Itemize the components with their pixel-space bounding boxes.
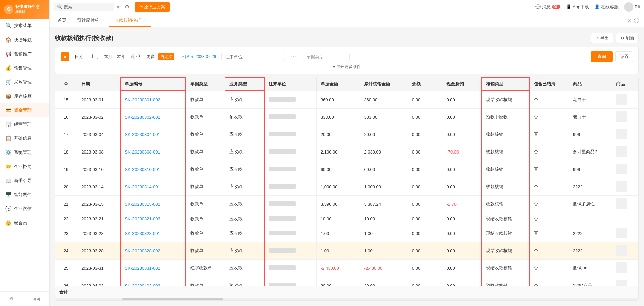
tab-prepay[interactable]: 预计应付单 ✕ xyxy=(72,14,109,27)
cell-doc-no: SK-20230403-002 xyxy=(120,277,185,286)
sidebar-item-marketing[interactable]: 📢 营销推广 xyxy=(0,47,49,61)
topbar-gear-btn[interactable]: ⚙ xyxy=(122,2,132,12)
col-header-doc-no: 单据编号 xyxy=(120,77,185,91)
cell-amount: 2,100.00 xyxy=(316,143,360,161)
user-avatar[interactable]: Rit xyxy=(624,2,640,12)
scrollbar-thumb[interactable] xyxy=(122,298,223,300)
query-btn[interactable]: 查询 xyxy=(591,51,613,62)
tab-prepay-close[interactable]: ✕ xyxy=(101,18,104,22)
doc-no-link[interactable]: SK-20230321-003 xyxy=(125,216,160,221)
doc-no-link[interactable]: SK-20230315-002 xyxy=(125,202,160,207)
product-image xyxy=(616,245,627,256)
cell-cash-discount: 0.00 xyxy=(442,242,482,259)
expand-more-conditions-btn[interactable]: ▾ 展开更多条件 xyxy=(333,64,361,70)
sidebar-item-search-menu[interactable]: 🔍 搜索菜单 xyxy=(0,19,49,33)
more-filters-dots[interactable]: ··· xyxy=(290,54,297,60)
last-month-btn[interactable]: 上月 xyxy=(89,53,100,60)
tab-home[interactable]: 首页 xyxy=(52,14,72,27)
sidebar-item-label: 新手引导 xyxy=(14,178,32,184)
col-header-product-img: 商品 xyxy=(612,77,638,91)
sidebar-item-operations[interactable]: 📊 经营管理 xyxy=(0,117,49,131)
sidebar-item-sales[interactable]: 💰 销售管理 xyxy=(0,61,49,75)
search-topbar-icon: 🔍 xyxy=(57,4,62,9)
cell-product-img xyxy=(612,126,638,143)
sidebar-item-system[interactable]: ⚙️ 系统管理 xyxy=(0,145,49,160)
cell-amount: 1.00 xyxy=(316,225,360,242)
cell-product-img xyxy=(612,277,638,286)
doc-no-link[interactable]: SK-20230310-001 xyxy=(125,167,160,172)
last7-btn[interactable]: 近7天 xyxy=(129,53,143,60)
cell-partner xyxy=(264,225,316,242)
collapse-btn[interactable]: ◀◀ xyxy=(31,294,42,303)
cell-amount: 3,390.00 xyxy=(316,195,360,213)
sidebar-item-member[interactable]: 👑 畅会员 xyxy=(0,216,49,230)
topbar-search-input[interactable] xyxy=(64,4,107,9)
this-year-btn[interactable]: 本年 xyxy=(116,53,127,60)
doc-no-link[interactable]: SK-20230304-001 xyxy=(125,132,160,137)
horizontal-scrollbar[interactable] xyxy=(55,298,638,300)
doc-no-link[interactable]: SK-20230301-002 xyxy=(125,97,160,102)
sidebar-item-purchase[interactable]: 🛒 采购管理 xyxy=(0,75,49,89)
doc-no-link[interactable]: SK-20230302-002 xyxy=(125,115,160,120)
custom-btn[interactable]: 自定义 xyxy=(158,53,174,60)
cell-index: 18 xyxy=(55,143,77,161)
cell-product-img xyxy=(612,91,638,108)
cell-include-settled: 否 xyxy=(529,161,569,178)
finance-icon: 💳 xyxy=(5,107,11,113)
table-row: 19 2023-03-10 SK-20230310-001 收款单 应收款 60… xyxy=(55,161,638,178)
doc-no-link[interactable]: SK-20230403-002 xyxy=(125,283,160,286)
industry-solution-btn[interactable]: 体验行业方案 xyxy=(135,2,170,12)
settings-bottom-btn[interactable]: ⚙ xyxy=(8,294,16,303)
table-body: 15 2023-03-01 SK-20230301-002 收款单 应收款 36… xyxy=(55,91,638,286)
doc-no-link[interactable]: SK-20230328-001 xyxy=(125,231,160,236)
sidebar-item-quick-nav[interactable]: 🏠 快捷导航 xyxy=(0,33,49,47)
doc-no-link[interactable]: SK-20230308-001 xyxy=(125,149,160,155)
refresh-btn[interactable]: ↺ 刷新 xyxy=(616,33,639,43)
more-btn[interactable]: 更多 xyxy=(145,53,156,60)
messages-btn[interactable]: 💬 消息 99+ xyxy=(535,4,560,10)
tab-collection-close[interactable]: ✕ xyxy=(143,18,146,22)
export-btn[interactable]: ↗ 导出 xyxy=(591,33,613,43)
sidebar-item-corp[interactable]: 🤝 企业协同 xyxy=(0,160,49,174)
online-service-btn[interactable]: 👤 在线客服 xyxy=(594,4,619,10)
footer-total-label: 合计 xyxy=(59,289,68,294)
cell-include-settled: 否 xyxy=(529,259,569,277)
table-row: 23 2023-03-28 SK-20230328-001 收款单 应收款 1.… xyxy=(55,225,638,242)
sidebar-item-inventory[interactable]: 📦 库存核算 xyxy=(0,89,49,103)
sidebar-item-basic[interactable]: 📋 基础信息 xyxy=(0,131,49,145)
cell-product xyxy=(569,213,612,225)
sidebar-item-label: 系统管理 xyxy=(14,149,32,156)
cell-balance: 0.00 xyxy=(408,242,442,259)
partner-input[interactable] xyxy=(221,53,285,61)
cell-date: 2023-03-01 xyxy=(77,91,121,108)
tab-maximize-icon[interactable]: ⛶ xyxy=(634,18,639,23)
sidebar-item-wechat[interactable]: 💬 企业微信 xyxy=(0,202,49,216)
sidebar-item-hardware[interactable]: 🖥️ 智能硬件 xyxy=(0,188,49,202)
cell-balance: 0.00 xyxy=(408,225,442,242)
sidebar-item-finance[interactable]: 💳 资金管理 xyxy=(0,103,49,117)
tab-close-all-icon[interactable]: ✕ xyxy=(627,18,631,23)
tab-collection[interactable]: 收款核销执行 ✕ xyxy=(109,14,151,27)
doc-no-link[interactable]: SK-20230328-002 xyxy=(125,248,160,253)
sidebar-item-guide[interactable]: 📖 新手引导 xyxy=(0,174,49,188)
app-download-btn[interactable]: 📱 App下载 xyxy=(566,4,589,10)
doc-no-link[interactable]: SK-20230314-001 xyxy=(125,184,160,189)
table-container[interactable]: ⚙ 日期 单据编号 单据类型 业务类型 往来单位 单据金额 累计核销金额 余额 … xyxy=(55,77,638,286)
cell-cancel-type: 收款核销 xyxy=(482,143,529,161)
cell-date: 2023-03-08 xyxy=(77,143,121,161)
topbar-dropdown-icon[interactable]: ▾ xyxy=(117,3,120,11)
cell-biz-type: 应收款 xyxy=(225,91,264,108)
doc-type-select[interactable]: 单据类型 xyxy=(303,53,350,61)
this-month-btn[interactable]: 本月 xyxy=(102,53,114,60)
filter-expand-orange-btn[interactable]: » xyxy=(61,52,69,61)
sidebar-item-label: 基础信息 xyxy=(14,135,32,141)
settings-btn[interactable]: 设置 xyxy=(615,51,633,62)
cell-cash-discount: 0.00 xyxy=(442,259,482,277)
doc-no-link[interactable]: SK-20230331-002 xyxy=(125,266,160,271)
operations-icon: 📊 xyxy=(5,121,11,127)
col-header-balance: 余额 xyxy=(408,77,442,91)
cell-partner xyxy=(264,242,316,259)
cell-balance: 0.00 xyxy=(408,195,442,213)
col-header-biz-type: 业务类型 xyxy=(225,77,264,91)
cell-doc-type: 红字收款单 xyxy=(186,259,225,277)
